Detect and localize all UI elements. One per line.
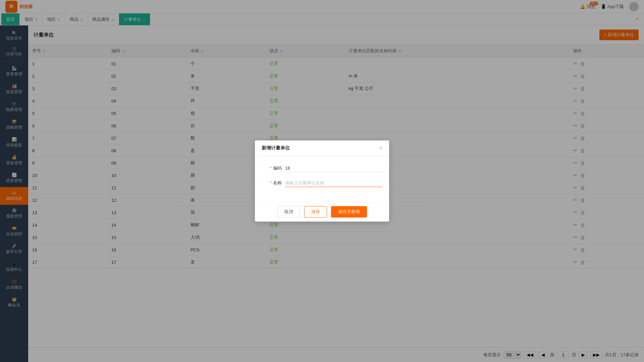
name-required-mark: * xyxy=(270,180,272,185)
name-label: * 名称 xyxy=(262,180,282,186)
modal-overlay: 新增计量单位 × * 编码 * 名称 取消 保存 保存并新增 xyxy=(0,0,644,362)
code-input[interactable] xyxy=(285,164,382,172)
save-and-new-button[interactable]: 保存并新增 xyxy=(331,206,367,218)
code-label: * 编码 xyxy=(262,165,282,171)
cancel-button[interactable]: 取消 xyxy=(277,206,300,218)
add-unit-modal: 新增计量单位 × * 编码 * 名称 取消 保存 保存并新增 xyxy=(255,140,389,222)
code-required-mark: * xyxy=(270,166,272,171)
modal-footer: 取消 保存 保存并新增 xyxy=(255,202,389,222)
form-row-name: * 名称 xyxy=(262,179,382,187)
name-input[interactable] xyxy=(285,179,382,187)
modal-body: * 编码 * 名称 xyxy=(255,156,389,202)
modal-title: 新增计量单位 xyxy=(262,145,290,151)
modal-close-button[interactable]: × xyxy=(379,145,382,151)
form-row-code: * 编码 xyxy=(262,164,382,172)
modal-header: 新增计量单位 × xyxy=(255,140,389,156)
save-button[interactable]: 保存 xyxy=(304,206,327,218)
